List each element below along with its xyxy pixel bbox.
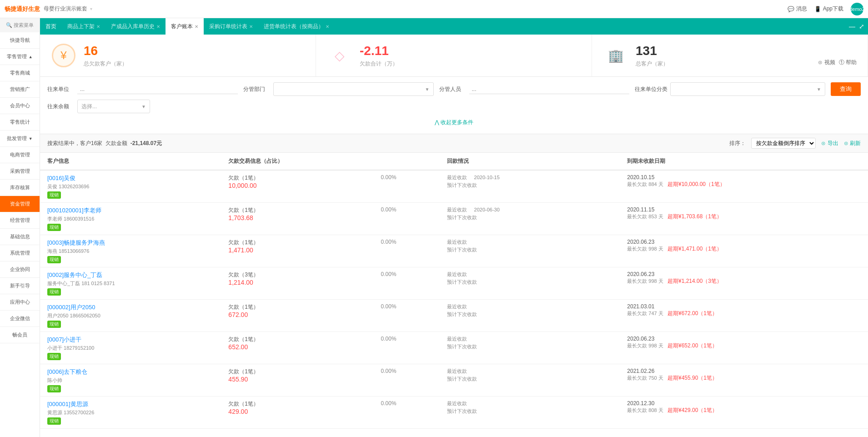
customer-unit-input[interactable] xyxy=(77,85,238,94)
overdue-link[interactable]: 超期¥10,000.00（1笔） xyxy=(667,181,725,187)
sidebar-item-member[interactable]: 会员中心 xyxy=(0,98,40,114)
customer-name[interactable]: [0007]小进干 xyxy=(47,336,214,344)
debt-amount[interactable]: 672.00 xyxy=(228,311,366,318)
tab-minimize-btn[interactable]: — xyxy=(849,23,855,30)
customer-name[interactable]: [0016]吴俊 xyxy=(47,174,214,182)
debt-amount[interactable]: 1,471.00 xyxy=(228,246,366,254)
collect-next: 预计下次收款 xyxy=(447,214,580,221)
debt-label: 欠款（1笔） xyxy=(228,400,366,408)
customer-name[interactable]: [000001]黄思源 xyxy=(47,400,214,408)
overdue-link[interactable]: 超期¥455.90（1笔） xyxy=(667,375,717,381)
sidebar-item-retail-mall[interactable]: 零售商城 xyxy=(0,65,40,81)
tab-home[interactable]: 首页 xyxy=(40,18,62,35)
tab-close-goods[interactable]: ✕ xyxy=(96,24,100,29)
collect-next: 预计下次收款 xyxy=(447,376,580,382)
tab-maximize-btn[interactable]: ⤢ xyxy=(859,23,864,30)
tab-bar: 首页 商品上下架 ✕ 产成品入库单历史 ✕ 客户账本 ✕ 采购订单统计表 ✕ 进… xyxy=(40,18,868,35)
debt-amount[interactable]: 1,703.68 xyxy=(228,214,366,221)
help-btn[interactable]: ① 帮助 xyxy=(839,59,857,66)
sidebar-item-member-pro[interactable]: 畅会员 xyxy=(0,327,40,343)
debt-amount[interactable]: 652.00 xyxy=(228,343,366,351)
sidebar-item-finance[interactable]: 资金管理 xyxy=(0,196,40,212)
customer-name[interactable]: [0002]服务中心_丁磊 xyxy=(47,271,214,279)
customer-name[interactable]: [000002]用户2050 xyxy=(47,303,214,311)
export-btn[interactable]: ⊙ 导出 xyxy=(821,140,838,147)
sidebar-item-purchase[interactable]: 采购管理 xyxy=(0,163,40,180)
customer-name[interactable]: [0001020001]李老师 xyxy=(47,206,214,215)
sidebar-item-newbie[interactable]: 新手引导 xyxy=(0,278,40,294)
customer-sub: 服务中心_丁磊 181 0125 8371 xyxy=(47,280,214,287)
overdue-link[interactable]: 超期¥1,471.00（1笔） xyxy=(667,246,722,252)
dept-select[interactable]: ▼ xyxy=(273,82,434,96)
tab-close-produce[interactable]: ✕ xyxy=(156,24,160,29)
customer-name[interactable]: [0006]去下粮仓 xyxy=(47,368,214,376)
result-info: 搜索结果中，客户16家 欠款金额 -21,148.07元 xyxy=(47,140,162,147)
due-date-cell: 2021.03.01 最长欠款 747 天 超期¥672.00（1笔） xyxy=(620,300,868,332)
sidebar-item-ecommerce[interactable]: 电商管理 xyxy=(0,147,40,163)
sidebar-item-system[interactable]: 系统管理 xyxy=(0,245,40,261)
message-btn[interactable]: 💬 消息 xyxy=(788,5,807,13)
collapse-btn[interactable]: ⋀ 收起更多条件 xyxy=(47,117,861,128)
tab-close-purchase[interactable]: ✕ xyxy=(249,24,253,29)
sidebar-item-retail-stats[interactable]: 零售统计 xyxy=(0,114,40,131)
tab-incoming[interactable]: 进货单统计表（按商品） ✕ xyxy=(258,18,335,35)
sidebar-search[interactable]: 🔍 搜索菜单 xyxy=(0,18,40,32)
tab-customer[interactable]: 客户账本 ✕ xyxy=(166,18,204,35)
due-date: 2020.06.23 xyxy=(627,239,861,245)
table-row: [0006]去下粮仓 陈小帅 现销 欠款（1笔） 455.90 0.00% 最近… xyxy=(40,364,868,397)
due-date: 2020.10.15 xyxy=(627,174,861,181)
balance-select[interactable]: 选择... ▼ xyxy=(77,100,150,113)
sidebar-item-inventory[interactable]: 库存核算 xyxy=(0,180,40,196)
overdue-link[interactable]: 超期¥652.00（1笔） xyxy=(667,342,717,349)
tab-close-customer[interactable]: ✕ xyxy=(195,24,198,29)
sidebar-item-wholesale-mgmt[interactable]: 批发管理 ▼ xyxy=(0,131,40,147)
overdue-link[interactable]: 超期¥1,703.68（1笔） xyxy=(667,213,722,220)
due-days: 最长欠款 853 天 超期¥1,703.68（1笔） xyxy=(627,213,861,221)
user-menu[interactable]: demo2 xyxy=(851,3,863,15)
collect-cell: 最近收款 预计下次收款 xyxy=(440,332,587,364)
debt-amount[interactable]: 429.00 xyxy=(228,408,366,415)
due-days: 最长欠款 808 天 超期¥429.00（1笔） xyxy=(627,407,861,414)
debt-percent: 0.00% xyxy=(381,303,433,310)
stat-card-debt-customers: ¥ 16 总欠款客户（家） xyxy=(40,35,316,76)
overdue-link[interactable]: 超期¥429.00（1笔） xyxy=(667,407,717,413)
tab-purchase[interactable]: 采购订单统计表 ✕ xyxy=(204,18,258,35)
debt-label: 欠款（1笔） xyxy=(228,368,366,376)
due-date: 2021.03.01 xyxy=(627,303,861,310)
sort-select[interactable]: 按欠款金额倒序排序 xyxy=(751,138,816,149)
sidebar-item-enterprise[interactable]: 企业协同 xyxy=(0,261,40,278)
debt-customers-label: 总欠款客户（家） xyxy=(84,60,127,68)
debt-info-cell: 欠款（1笔） 1,471.00 xyxy=(221,235,373,267)
sidebar-item-basic-info[interactable]: 基础信息 xyxy=(0,229,40,245)
debt-info-cell: 欠款（1笔） 672.00 xyxy=(221,300,373,332)
unit-category-select[interactable]: ▼ xyxy=(670,82,825,96)
refresh-btn[interactable]: ⊙ 刷新 xyxy=(844,140,861,147)
customer-sub: 用户2050 18665062050 xyxy=(47,312,214,319)
manager-input[interactable] xyxy=(469,85,630,94)
debt-percent-cell: 0.00% xyxy=(374,332,440,364)
debt-amount[interactable]: 10,000.00 xyxy=(228,182,366,189)
download-btn[interactable]: 📱 App下载 xyxy=(814,5,843,13)
sidebar-item-retail-mgmt[interactable]: 零售管理 ▲ xyxy=(0,49,40,65)
table-container: 客户信息 欠款交易信息（占比） 回款情况 到期未收款日期 [0016]吴俊 吴俊… xyxy=(40,153,868,437)
sidebar-item-app-center[interactable]: 应用中心 xyxy=(0,294,40,311)
debt-amount[interactable]: 1,214.00 xyxy=(228,279,366,286)
chevron-down-icon: ▼ xyxy=(29,136,33,141)
table-row: [0002]服务中心_丁磊 服务中心_丁磊 181 0125 8371 现销 欠… xyxy=(40,267,868,300)
tab-close-incoming[interactable]: ✕ xyxy=(326,24,329,29)
collect-label: 最近收款 xyxy=(447,271,580,278)
customer-name[interactable]: [0003]畅捷服务尹海燕 xyxy=(47,239,214,247)
sidebar-item-marketing[interactable]: 营销推广 xyxy=(0,81,40,98)
customer-sub: 吴俊 13026203696 xyxy=(47,183,214,190)
sidebar-item-operations[interactable]: 经营管理 xyxy=(0,212,40,229)
search-btn[interactable]: 查询 xyxy=(831,82,861,96)
overdue-link[interactable]: 超期¥672.00（1笔） xyxy=(667,310,717,316)
tab-produce[interactable]: 产成品入库单历史 ✕ xyxy=(105,18,166,35)
store-arrow[interactable]: ▾ xyxy=(90,6,92,11)
video-btn[interactable]: ⊙ 视频 xyxy=(818,59,835,66)
tab-goods[interactable]: 商品上下架 ✕ xyxy=(62,18,105,35)
debt-amount[interactable]: 455.90 xyxy=(228,376,366,383)
overdue-link[interactable]: 超期¥1,214.00（3笔） xyxy=(667,278,722,284)
sidebar-item-wechat[interactable]: 企业微信 xyxy=(0,311,40,327)
sidebar-item-quick-nav[interactable]: 快捷导航 xyxy=(0,32,40,49)
